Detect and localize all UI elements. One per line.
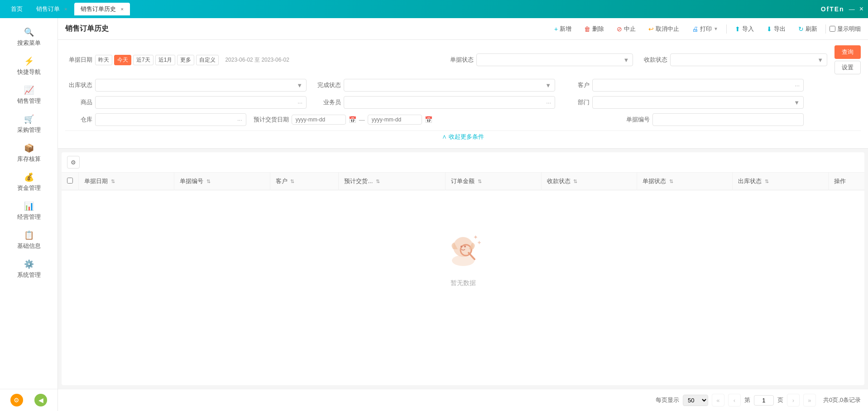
sidebar-toggle-icon[interactable]: ◀: [34, 394, 47, 406]
filter-item-date: 单据日期 昨天 今天 近7天 近1月 更多 自定义 2023-06-02 至 2…: [65, 55, 439, 65]
dept-control[interactable]: ▼: [592, 96, 804, 109]
sidebar-item-purchase-mgmt[interactable]: 🛒 采购管理: [0, 110, 58, 139]
print-button[interactable]: 🖨 打印 ▼: [687, 23, 723, 35]
settings-button[interactable]: 设置: [834, 61, 861, 74]
page-title: 销售订单历史: [65, 24, 550, 34]
th-customer: 客户 ⇅: [270, 173, 339, 190]
payment-status-control[interactable]: ▼: [670, 53, 827, 66]
date-last-month-btn[interactable]: 近1月: [155, 55, 176, 65]
th-action-label: 操作: [834, 178, 846, 184]
filter-row-2: 出库状态 ▼ 完成状态 ▼ 客户 ···: [65, 79, 861, 92]
sidebar-item-finance[interactable]: 💰 资金管理: [0, 168, 58, 197]
query-button[interactable]: 查询: [834, 45, 861, 59]
date-range-text: 2023-06-02 至 2023-06-02: [225, 56, 289, 64]
sidebar-item-search-menu-label: 搜索菜单: [17, 39, 41, 47]
filter-item-goods: 商品 ···: [65, 96, 307, 109]
window-minimize[interactable]: —: [849, 6, 855, 13]
tab-sales-order-close[interactable]: ×: [64, 6, 67, 12]
goods-control[interactable]: ···: [95, 96, 307, 109]
per-page-select[interactable]: 50 10 20 100: [683, 395, 708, 406]
next-page-btn[interactable]: ›: [787, 394, 800, 406]
warehouse-control[interactable]: ···: [95, 113, 246, 126]
delivery-date-end[interactable]: [368, 115, 422, 125]
sidebar-item-inventory[interactable]: 📦 库存核算: [0, 139, 58, 168]
date-custom-btn[interactable]: 自定义: [196, 55, 219, 65]
sidebar-item-sales-mgmt[interactable]: 📈 销售管理: [0, 81, 58, 110]
empty-row: ✦ ✦ 暂无数据: [62, 190, 864, 324]
sort-amount-icon[interactable]: ⇅: [478, 179, 482, 184]
date-more-btn[interactable]: 更多: [177, 55, 194, 65]
out-status-control[interactable]: ▼: [95, 79, 307, 92]
th-out-status-label: 出库状态: [738, 178, 762, 184]
display-toggle-label: 显示明细: [837, 25, 861, 33]
sidebar-item-quick-nav-label: 快捷导航: [17, 68, 41, 76]
collapse-bar[interactable]: ∧ 收起更多条件: [65, 131, 861, 143]
sort-customer-icon[interactable]: ⇅: [290, 179, 294, 184]
tab-sales-order-history[interactable]: 销售订单历史 ×: [74, 3, 129, 15]
sort-payment-icon[interactable]: ⇅: [573, 179, 577, 184]
order-status-control[interactable]: ▼: [476, 53, 633, 66]
sort-out-status-icon[interactable]: ⇅: [765, 179, 769, 184]
complete-status-control[interactable]: ▼: [344, 79, 555, 92]
display-toggle-checkbox[interactable]: [830, 26, 835, 32]
empty-state: ✦ ✦ 暂无数据: [62, 190, 864, 324]
first-page-btn[interactable]: «: [712, 394, 724, 406]
order-no-control[interactable]: [652, 113, 804, 126]
cancel-stop-label: 取消中止: [656, 25, 679, 33]
new-button[interactable]: + 新增: [550, 23, 576, 35]
th-action: 操作: [828, 173, 864, 190]
payment-status-label: 收款状态: [640, 56, 667, 64]
table-settings-icon[interactable]: ⚙: [67, 156, 80, 169]
sort-delivery-icon[interactable]: ⇅: [376, 179, 380, 184]
prev-page-btn[interactable]: ‹: [728, 394, 741, 406]
select-all-checkbox[interactable]: [67, 178, 73, 184]
top-bar: 首页 销售订单 × 销售订单历史 × OfTEn — ×: [0, 0, 868, 18]
sidebar-item-sys-mgmt[interactable]: ⚙️ 系统管理: [0, 255, 58, 284]
th-order-status: 单据状态 ⇅: [637, 173, 732, 190]
tab-home[interactable]: 首页: [5, 3, 29, 15]
sort-date-icon[interactable]: ⇅: [111, 179, 115, 184]
sort-order-status-icon[interactable]: ⇅: [669, 179, 673, 184]
date-yesterday-btn[interactable]: 昨天: [95, 55, 112, 65]
last-page-btn[interactable]: »: [803, 394, 816, 406]
filter-row-4: 仓库 ··· 预计交货日期 📅 — 📅 单据编号: [65, 113, 861, 126]
tab-sales-order[interactable]: 销售订单 ×: [30, 3, 73, 15]
tab-sales-order-history-close[interactable]: ×: [120, 6, 123, 12]
export-label: 导出: [774, 25, 786, 33]
date-today-btn[interactable]: 今天: [114, 55, 131, 65]
sidebar-item-search-menu[interactable]: 🔍 搜索菜单: [0, 23, 58, 52]
th-number-label: 单据编号: [180, 178, 203, 184]
export-button[interactable]: ⬇ 导出: [762, 23, 790, 35]
display-toggle[interactable]: 显示明细: [830, 25, 861, 33]
refresh-button[interactable]: ↻ 刷新: [794, 23, 822, 35]
toolbar: + 新增 🗑 删除 ⊘ 中止 ↩ 取消中止 🖨 打印: [550, 23, 861, 35]
delivery-date-start[interactable]: [292, 115, 346, 125]
print-icon: 🖨: [692, 25, 698, 33]
filter-item-order-status: 单据状态 ▼: [446, 53, 633, 66]
sidebar-item-quick-nav[interactable]: ⚡ 快捷导航: [0, 52, 58, 81]
delete-button[interactable]: 🗑 删除: [580, 23, 609, 35]
complete-status-label: 完成状态: [314, 81, 341, 89]
sidebar-item-operations[interactable]: 📊 经营管理: [0, 197, 58, 226]
th-amount: 订单金额 ⇅: [446, 173, 541, 190]
complete-status-arrow: ▼: [545, 82, 551, 89]
customer-control[interactable]: ···: [592, 79, 804, 92]
sidebar-item-base-info[interactable]: 📋 基础信息: [0, 226, 58, 255]
salesperson-control[interactable]: ···: [344, 96, 555, 109]
date-dash: —: [359, 116, 365, 123]
import-icon: ⬆: [735, 25, 740, 33]
import-button[interactable]: ⬆ 导入: [730, 23, 758, 35]
sort-number-icon[interactable]: ⇅: [206, 179, 211, 184]
calendar-start-icon[interactable]: 📅: [349, 116, 356, 123]
calendar-end-icon[interactable]: 📅: [425, 116, 432, 123]
filter-item-payment-status: 收款状态 ▼: [640, 53, 827, 66]
empty-text: 暂无数据: [451, 279, 476, 287]
stop-button[interactable]: ⊘ 中止: [612, 23, 640, 35]
window-close[interactable]: ×: [859, 5, 863, 13]
date-last7-btn[interactable]: 近7天: [133, 55, 153, 65]
sidebar-settings-icon[interactable]: ⚙: [10, 394, 23, 406]
filter-item-warehouse: 仓库 ···: [65, 113, 246, 126]
sidebar-item-finance-label: 资金管理: [17, 184, 41, 192]
page-input[interactable]: [754, 395, 774, 406]
cancel-stop-button[interactable]: ↩ 取消中止: [644, 23, 684, 35]
